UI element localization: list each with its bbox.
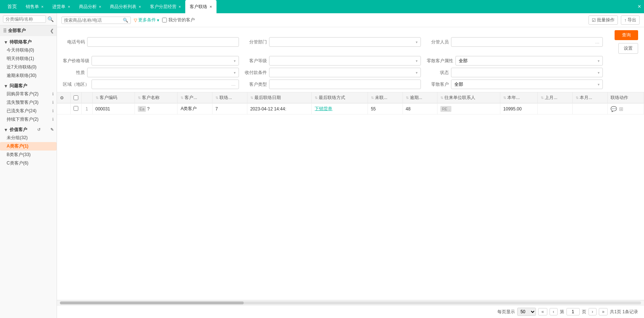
info-icon: ℹ — [52, 92, 54, 96]
sidebar-item-churn-warning[interactable]: 流失预警客户(3) ℹ — [0, 98, 57, 107]
chat-icon[interactable]: 💬 — [611, 106, 617, 112]
th-customer-name[interactable]: ⇅ 客户名称 — [135, 92, 178, 103]
select-all-checkbox[interactable] — [74, 95, 78, 100]
actions-right: ☑ 批量操作 ↑ 导出 — [588, 15, 640, 25]
sidebar-item-abnormal[interactable]: 回购异常客户(2) ℹ — [0, 90, 57, 98]
tab-sales[interactable]: 销售单 × — [21, 0, 48, 13]
tab-analysis[interactable]: 商品分析 × — [75, 0, 105, 13]
filter-search-icon[interactable]: 🔍 — [123, 18, 128, 23]
th-checkbox[interactable] — [70, 92, 81, 103]
row-checkbox[interactable] — [74, 106, 78, 111]
field-retail-attr-select[interactable]: 全部 ▾ — [455, 56, 603, 66]
first-page-btn[interactable]: « — [538, 308, 547, 315]
sidebar-item-class-c[interactable]: C类客户(6) — [0, 159, 57, 167]
th-customer-type[interactable]: ⇅ 客户... — [178, 92, 212, 103]
sidebar-search-icon[interactable]: 🔍 — [47, 16, 54, 22]
export-btn[interactable]: ↑ 导出 — [621, 15, 640, 25]
sidebar-item-tomorrow[interactable]: 明天待联络(1) — [0, 54, 57, 63]
td-last-contact-method[interactable]: 下销货单 — [312, 103, 368, 114]
settings-icon[interactable]: ⚙ — [60, 95, 64, 100]
prev-page-btn[interactable]: ‹ — [550, 308, 558, 315]
th-overdue[interactable]: ⇅ 逾期... — [402, 92, 437, 103]
dots-btn-manager[interactable]: … — [595, 39, 600, 45]
sidebar-item-class-a[interactable]: A类客户(1) — [0, 142, 57, 151]
th-uncontacted[interactable]: ⇅ 未联... — [368, 92, 402, 103]
group-pending-contact[interactable]: ▼ 待联络客户 — [0, 38, 57, 46]
td-last-contact-date: 2023-04-12 14:44: — [247, 103, 312, 114]
tab-customer-mgmt[interactable]: 客户分层经营 × — [146, 0, 185, 13]
field-nature: 性质 ▾ — [63, 68, 239, 77]
th-last-contact-date[interactable]: ⇅ 最后联络日期 — [247, 92, 312, 103]
th-last-contact-method[interactable]: ⇅ 最后联络方式 — [312, 92, 368, 103]
td-this-month — [573, 103, 608, 114]
field-nature-select[interactable]: ▾ — [87, 68, 239, 77]
sidebar-item-today[interactable]: 今天待联络(0) — [0, 46, 57, 54]
sidebar-item-class-b[interactable]: B类客户(33) — [0, 151, 57, 159]
close-purchase-tab[interactable]: × — [68, 4, 70, 9]
group-problem-customers[interactable]: ▼ 问题客户 — [0, 81, 57, 90]
qr-icon[interactable]: ⊞ — [619, 106, 623, 112]
my-customers-checkbox[interactable] — [162, 18, 167, 22]
edit-group-icon[interactable]: ✎ — [50, 127, 54, 132]
field-dept-select[interactable]: ▾ — [269, 37, 421, 47]
sidebar-item-7days[interactable]: 近7天待联络(0) — [0, 63, 57, 71]
field-phone-input[interactable] — [87, 37, 239, 47]
page-number-input[interactable] — [566, 308, 580, 315]
filter-search-input[interactable] — [64, 18, 123, 23]
scrollbar-thumb[interactable] — [60, 301, 244, 304]
my-customers-checkbox-area[interactable]: 我分管的客户 — [162, 17, 195, 23]
query-button[interactable]: 查询 — [615, 30, 638, 40]
field-manager-input[interactable]: … — [451, 37, 603, 47]
tab-customer-contact[interactable]: 客户联络 × — [185, 0, 216, 13]
field-retail-customer: 零散客户 全部 ▾ — [427, 80, 603, 89]
close-analysis-tab[interactable]: × — [99, 4, 101, 9]
field-retail-customer-select[interactable]: 全部 ▾ — [451, 80, 603, 89]
field-region-input[interactable]: … — [92, 80, 239, 89]
field-customer-level-select[interactable]: ▾ — [269, 56, 421, 66]
th-contact-person[interactable]: ⇅ 联络... — [212, 92, 247, 103]
global-close-button[interactable]: × — [638, 3, 641, 10]
more-filters-btn[interactable]: ▽ 更多条件 ▾ — [134, 17, 159, 23]
sort-icon12: ⇅ — [576, 96, 579, 100]
last-page-btn[interactable]: » — [599, 308, 608, 315]
th-last-month[interactable]: ⇅ 上月... — [538, 92, 573, 103]
batch-action-btn[interactable]: ☑ 批量操作 — [588, 15, 618, 25]
group-value-customers[interactable]: ▼ 价值客户 ↺ ✎ — [0, 125, 57, 134]
th-customer-code[interactable]: ⇅ 客户编码 — [92, 92, 135, 103]
td-checkbox[interactable] — [70, 103, 81, 114]
all-customers-header[interactable]: ⠿ 全部客户 ❮ — [0, 25, 57, 36]
content-area: 🔍 ▽ 更多条件 ▾ 我分管的客户 ☑ 批量操作 ↑ 导出 — [57, 13, 644, 318]
field-price-level-select[interactable]: ▾ — [92, 56, 239, 66]
sidebar-item-churned[interactable]: 已流失客户(24) ℹ — [0, 107, 57, 115]
export-icon: ↑ — [624, 18, 626, 23]
next-page-btn[interactable]: › — [588, 308, 597, 315]
th-unit-contact[interactable]: ⇅ 往来单位联系人 — [437, 92, 500, 103]
sidebar-item-unclassified[interactable]: 未分组(32) — [0, 134, 57, 142]
horizontal-scrollbar[interactable] — [57, 300, 644, 305]
tab-analysis-list[interactable]: 商品分析列表 × — [105, 0, 145, 13]
sidebar-item-declining[interactable]: 持续下滑客户(2) ℹ — [0, 115, 57, 124]
settings-button[interactable]: 设置 — [618, 43, 638, 54]
th-this-year[interactable]: ⇅ 本年... — [500, 92, 538, 103]
field-customer-type-input[interactable] — [269, 80, 421, 89]
filter-search-box[interactable]: 🔍 — [61, 17, 131, 24]
td-settings — [57, 103, 70, 114]
last-contact-link[interactable]: 下销货单 — [315, 106, 332, 111]
sidebar-search-input[interactable] — [3, 15, 46, 23]
field-status-select[interactable]: ▾ — [451, 68, 603, 77]
dots-btn-region[interactable]: … — [231, 82, 236, 87]
close-analysis-list-tab[interactable]: × — [139, 4, 141, 9]
home-tab[interactable]: 首页 — [3, 0, 21, 13]
th-settings[interactable]: ⚙ — [57, 92, 70, 103]
page-size-select[interactable]: 10 20 50 100 — [517, 308, 536, 316]
scrollbar-track[interactable] — [60, 301, 641, 304]
field-payment-select[interactable]: ▾ — [269, 68, 421, 77]
th-this-month[interactable]: ⇅ 本月... — [573, 92, 608, 103]
refresh-icon[interactable]: ↺ — [37, 127, 40, 132]
tab-purchase[interactable]: 进货单 × — [48, 0, 74, 13]
close-customer-contact-tab[interactable]: × — [210, 4, 212, 9]
sidebar-item-overdue[interactable]: 逾期未联络(30) — [0, 71, 57, 80]
close-customer-mgmt-tab[interactable]: × — [179, 4, 181, 9]
collapse-icon: ❮ — [50, 28, 54, 33]
close-sales-tab[interactable]: × — [41, 4, 43, 9]
